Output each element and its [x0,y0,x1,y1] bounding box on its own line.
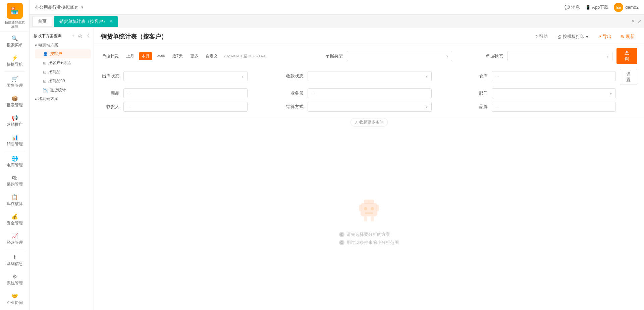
svg-point-3 [364,207,367,210]
by-customer-product-label: 按客户+商品 [48,60,71,66]
sidebar-item-label-retail: 零售管理 [7,83,23,89]
collapse-arrow-icon: ∧ [355,120,358,125]
sidebar-item-label-wholesale: 批发管理 [7,102,23,108]
help-icon: ? [535,34,538,39]
collapse-bar: ∧ 收起更多条件 [94,116,644,128]
payment-method-arrow [426,105,428,109]
sidebar: 🏪 畅捷通好生意 标版 🔍 搜索菜单 ⚡ 快捷导航 🛒 零售管理 📦 批发管理 … [0,0,30,310]
sidebar-item-label-quick-nav: 快捷导航 [7,62,23,67]
sidebar-item-wholesale[interactable]: 📦 批发管理 [0,92,29,111]
sidebar-item-label-marketing: 营销推广 [7,122,23,127]
sidebar-item-ecommerce[interactable]: 🌐 电商管理 [0,152,29,171]
filter-area: 单据日期 上月 本月 本年 近7天 更多 自定义 2023-03-01 至 20… [94,44,644,116]
doc-type-select[interactable] [347,51,452,61]
sidebar-item-label-system: 系统管理 [7,280,23,286]
date-btn-last-7[interactable]: 近7天 [170,52,185,60]
user-profile[interactable]: Ea demo2 [614,3,639,12]
sidebar-item-operations[interactable]: 📈 经营管理 [0,229,29,249]
date-btn-this-year[interactable]: 本年 [154,52,168,60]
app-download-btn[interactable]: 📱 App下载 [585,4,608,10]
product-select[interactable]: ··· [123,88,248,98]
department-arrow [610,92,612,95]
warehouse-select[interactable]: ··· [492,71,616,81]
tab-close-all-icon[interactable]: ✕ [631,19,635,24]
scheme-by-customer[interactable]: 👤 按客户 [35,49,91,58]
svg-rect-9 [371,216,374,221]
message-btn[interactable]: 💬 消息 [565,4,580,10]
sidebar-item-retail[interactable]: 🛒 零售管理 [0,72,29,92]
settings-button[interactable]: 设置 [620,69,637,85]
svg-rect-8 [364,216,367,221]
payment-method-select[interactable] [308,102,432,112]
salesperson-select[interactable]: ··· [308,88,432,98]
sidebar-divider-1 [4,71,25,72]
export-btn[interactable]: ↗ 导出 [595,32,614,41]
empty-hints: ① 请先选择要分析的方案 ② 用过滤条件来缩小分析范围 [339,231,399,246]
edit-scheme-icon[interactable]: ◎ [78,33,82,39]
template-print-btn[interactable]: 🖨 按模板打印 ▾ [554,32,591,41]
help-btn[interactable]: ? 帮助 [533,32,550,41]
left-panel-header: 按以下方案查询 ＋ ◎ 《 [30,31,94,41]
basic-info-icon: ℹ [14,254,16,260]
sidebar-item-purchase[interactable]: 🛍 采购管理 [0,171,29,191]
sidebar-item-quick-nav[interactable]: ⚡ 快捷导航 [0,51,29,71]
message-label: 消息 [571,4,580,10]
add-scheme-icon[interactable]: ＋ [71,33,75,39]
quick-nav-icon: ⚡ [11,55,18,61]
pc-schemes-header[interactable]: ▾ 电脑端方案 [32,41,91,49]
date-btn-custom[interactable]: 自定义 [203,52,220,60]
pc-schemes-chevron: ▾ [35,43,37,48]
sidebar-item-marketing[interactable]: 📢 营销推广 [0,111,29,131]
sidebar-item-system[interactable]: ⚙ 系统管理 [0,270,29,290]
message-icon: 💬 [565,5,570,10]
doc-status-select[interactable] [507,51,612,61]
scheme-by-customer-product[interactable]: ⊞ 按客户+商品 [35,58,91,67]
breadcrumb-dropdown-icon[interactable]: ▾ [81,5,84,10]
sidebar-item-finance[interactable]: 💰 资金管理 [0,210,29,229]
receipt-status-select[interactable] [308,71,432,81]
robot-container [352,193,386,227]
out-status-select[interactable] [123,71,248,81]
brand-select[interactable]: ··· [492,102,616,112]
tab-home[interactable]: 首页 [32,16,52,27]
date-label: 单据日期 [101,53,119,59]
tab-sales-stat[interactable]: 销货单统计表（按客户） ✕ [54,16,118,27]
payment-method-label: 结算方式 [285,104,304,110]
scheme-by-product-99[interactable]: ⊡ 按商品99 [35,76,91,86]
mobile-schemes-header[interactable]: ▸ 移动端方案 [32,95,91,103]
by-customer-product-icon: ⊞ [43,61,46,65]
collapse-btn[interactable]: ∧ 收起更多条件 [351,118,388,126]
refresh-btn[interactable]: ↻ 刷新 [618,32,637,41]
by-customer-icon: 👤 [43,52,48,56]
sidebar-item-basic-info[interactable]: ℹ 基础信息 [0,251,29,270]
scheme-return-stats[interactable]: 📉 退货统计 [35,86,91,95]
query-button[interactable]: 查询 [616,48,637,64]
export-label: 导出 [603,34,611,40]
collapse-panel-icon[interactable]: 《 [85,33,90,39]
by-customer-label: 按客户 [50,51,62,57]
sidebar-item-enterprise[interactable]: 🤝 企业协同 [0,290,29,309]
date-btn-this-month[interactable]: 本月 [139,52,152,60]
date-btn-last-month[interactable]: 上月 [123,52,137,60]
sidebar-item-sales[interactable]: 📊 销售管理 [0,131,29,150]
sidebar-item-label-purchase: 采购管理 [7,182,23,187]
date-btn-more[interactable]: 更多 [187,52,201,60]
tab-close-icon[interactable]: ✕ [109,19,112,23]
finance-icon: 💰 [11,213,18,220]
page-actions: ? 帮助 🖨 按模板打印 ▾ ↗ 导出 ↻ 刷新 [533,32,637,41]
user-name: demo2 [625,5,639,10]
sidebar-item-inventory[interactable]: 📋 库存核算 [0,191,29,210]
app-logo: 🏪 畅捷通好生意 标版 [0,0,29,32]
department-select[interactable] [492,88,616,98]
user-avatar: Ea [614,3,623,12]
sidebar-nav: 🔍 搜索菜单 ⚡ 快捷导航 🛒 零售管理 📦 批发管理 📢 营销推广 📊 销售管… [0,32,29,310]
sidebar-item-search-menu[interactable]: 🔍 搜索菜单 [0,32,29,51]
user-initials: Ea [616,5,621,9]
tab-expand-icon[interactable]: ⤢ [638,19,641,24]
help-label: 帮助 [539,34,548,40]
scheme-by-product[interactable]: ⊡ 按商品 [35,67,91,76]
header-breadcrumb: 办公用品行业模拟账套 ▾ [35,4,84,10]
operations-icon: 📈 [11,233,18,239]
app-download-icon: 📱 [585,5,591,10]
consignee-select[interactable]: ··· [123,102,248,112]
